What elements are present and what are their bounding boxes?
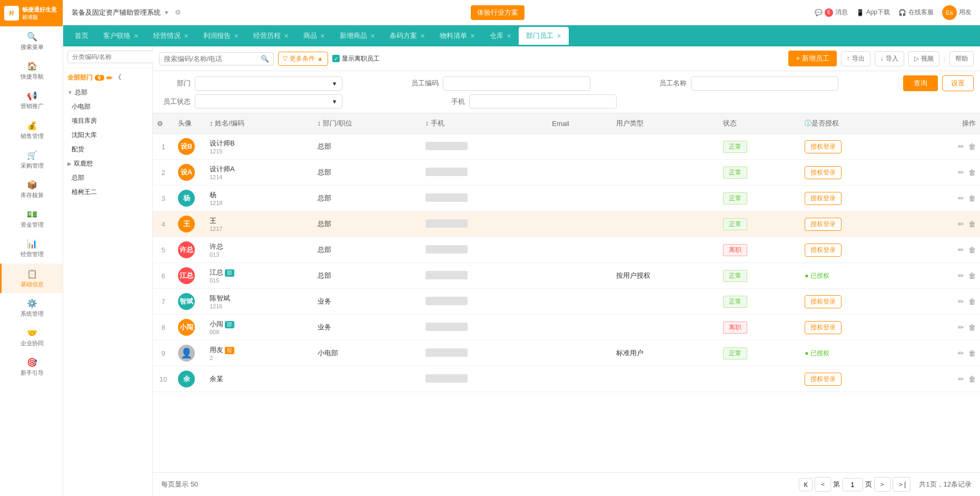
auth-button[interactable]: 授权登录 [805,166,842,179]
edit-icon[interactable]: ✏ [958,297,964,306]
close-icon[interactable]: ✕ [507,33,511,40]
close-icon[interactable]: ✕ [470,33,475,40]
last-page-button[interactable]: ＞| [893,477,910,492]
prev-page-button[interactable]: ＜ [815,477,831,492]
edit-icon[interactable]: ✏ [958,271,964,280]
add-employee-button[interactable]: + 新增员工 [788,51,836,66]
experience-button[interactable]: 体验行业方案 [471,5,524,20]
dept-item-shenyang[interactable]: 沈阳大库 [63,128,152,142]
auth-button[interactable]: 授权登录 [805,140,842,153]
sidebar-item-basic[interactable]: 📋 基础信息 [0,264,63,293]
delete-icon[interactable]: 🗑 [968,323,976,332]
tab-new-goods[interactable]: 新增商品 ✕ [332,27,382,45]
edit-icon[interactable]: ✏ [958,323,964,332]
close-icon[interactable]: ✕ [370,33,375,40]
page-number-input[interactable] [842,478,863,491]
view-button[interactable]: ▷ 视频 [908,51,939,66]
settings-icon[interactable]: ⚙ [175,8,181,16]
message-action[interactable]: 💬 6 消息 [815,8,848,17]
sidebar-item-marketing[interactable]: 📢 营销推广 [0,85,63,115]
search-input[interactable] [164,55,259,63]
tab-warehouse[interactable]: 仓库 ✕ [482,27,519,45]
edit-icon[interactable]: ✏ [958,349,964,357]
dept-item-shuangluxiang[interactable]: ▶ 双鹿想 [63,157,152,171]
more-conditions-button[interactable]: ▽ 更多条件 ▲ [278,52,328,66]
auth-button[interactable]: 授权登录 [805,373,842,386]
close-icon[interactable]: ✕ [320,33,325,40]
close-icon[interactable]: ✕ [420,33,425,40]
delete-icon[interactable]: 🗑 [968,246,976,254]
delete-icon[interactable]: 🗑 [968,142,976,151]
search-icon[interactable]: 🔍 [261,55,269,63]
tab-operation-status[interactable]: 经营情况 ✕ [146,27,196,45]
close-icon[interactable]: ✕ [234,33,239,40]
tab-home[interactable]: 首页 [67,27,96,45]
tab-operation-history[interactable]: 经营历程 ✕ [246,27,296,45]
app-download-action[interactable]: 📱 App下载 [856,8,890,17]
sidebar-item-guide[interactable]: 🎯 新手引导 [0,352,63,382]
dept-search-input[interactable] [67,51,156,63]
dropdown-icon[interactable]: ▾ [165,8,169,16]
sidebar-item-search[interactable]: 🔍 搜索菜单 [0,26,63,56]
dept-edit-icon[interactable]: ✏ [106,74,113,82]
filter-status-select[interactable]: ▾ [195,94,342,109]
dept-collapse-icon[interactable]: 《 [115,73,121,82]
close-icon[interactable]: ✕ [284,33,289,40]
set-button[interactable]: 设置 [942,75,974,91]
query-button[interactable]: 查询 [903,75,938,91]
delete-icon[interactable]: 🗑 [968,349,976,357]
edit-icon[interactable]: ✏ [958,142,964,151]
tab-goods[interactable]: 商品 ✕ [296,27,332,45]
tab-profit[interactable]: 利润报告 ✕ [196,27,246,45]
delete-icon[interactable]: 🗑 [968,271,976,280]
tab-barcode[interactable]: 条码方案 ✕ [382,27,432,45]
sidebar-item-system[interactable]: ⚙️ 系统管理 [0,293,63,323]
edit-icon[interactable]: ✏ [958,220,964,228]
edit-icon[interactable]: ✏ [958,246,964,254]
auth-button[interactable]: 授权登录 [805,218,842,231]
edit-icon[interactable]: ✏ [958,375,964,383]
sidebar-item-finance[interactable]: 💵 资金管理 [0,204,63,234]
sidebar-item-purchase[interactable]: 🛒 采购管理 [0,145,63,174]
dept-item-small-electric[interactable]: 小电部 [63,100,152,114]
tab-employees[interactable]: 部门员工 ✕ [519,27,569,45]
sidebar-item-inventory[interactable]: 📦 库存核算 [0,174,63,204]
dept-item-project-warehouse[interactable]: 项目库房 [63,114,152,128]
dept-header[interactable]: 全部部门 6 ✏ 《 [63,70,152,85]
auth-button[interactable]: 授权登录 [805,321,842,334]
edit-icon[interactable]: ✏ [958,194,964,202]
sidebar-item-enterprise[interactable]: 🤝 企业协同 [0,323,63,352]
filter-empname-input[interactable] [691,76,838,91]
delete-icon[interactable]: 🗑 [968,297,976,306]
dept-item-distribution[interactable]: 配货 [63,142,152,157]
import-button[interactable]: ↓ 导入 [875,51,904,66]
filter-empcode-input[interactable] [443,76,590,91]
close-icon[interactable]: ✕ [134,33,138,40]
export-button[interactable]: ↑ 导出 [841,51,870,66]
sidebar-item-quicknav[interactable]: 🏠 快捷导航 [0,56,63,85]
auth-button[interactable]: 授权登录 [805,192,842,205]
close-icon[interactable]: ✕ [184,33,189,40]
tab-customer[interactable]: 客户联络 ✕ [96,27,146,45]
auth-button[interactable]: 授权登录 [805,244,842,257]
filter-phone-input[interactable] [469,94,617,109]
tab-bom[interactable]: 物料清单 ✕ [432,27,482,45]
settings-icon[interactable]: ⚙ [157,120,163,128]
auth-button[interactable]: 授权登录 [805,295,842,308]
delete-icon[interactable]: 🗑 [968,375,976,383]
first-page-button[interactable]: К [799,478,813,491]
next-page-button[interactable]: ＞ [874,477,890,492]
delete-icon[interactable]: 🗑 [968,194,976,202]
delete-icon[interactable]: 🗑 [968,220,976,228]
close-icon[interactable]: ✕ [557,33,561,40]
show-resigned-toggle[interactable]: ✓ 显示离职员工 [332,54,380,63]
filter-dept-select[interactable]: ▾ [195,76,342,91]
sidebar-item-sales[interactable]: 💰 销售管理 [0,115,63,145]
user-action[interactable]: Ea 用友 [942,5,972,20]
dept-item-zhishu[interactable]: 植树王二 [63,185,152,199]
edit-icon[interactable]: ✏ [958,168,964,177]
delete-icon[interactable]: 🗑 [968,168,976,177]
sidebar-item-operation[interactable]: 📊 经营管理 [0,234,63,263]
dept-item-hq2[interactable]: 总部 [63,171,152,185]
help-button[interactable]: 帮助 [949,51,974,66]
